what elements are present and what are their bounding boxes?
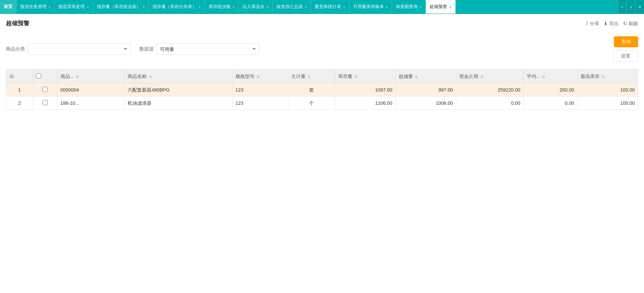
nav-tab-pick-task[interactable]: 拣货任务管理 × (17, 0, 55, 14)
cell-code: 0000004 (57, 84, 125, 97)
refresh-icon: ↻ (623, 21, 627, 26)
nav-tab-stock-dist-label: 现存量（库存分布表） (153, 4, 197, 10)
col-maxstock-label: 最高库存 (581, 74, 600, 79)
nav-tab-pick-exception[interactable]: 拣货异常处理 × (55, 0, 93, 14)
nav-tab-over-stock[interactable]: 超储预警 × (426, 0, 455, 14)
nav-tab-inout-flow[interactable]: 出入库流水 × (239, 0, 272, 14)
col-header-capital: 资金占用 ⇅ (456, 70, 524, 84)
col-header-check (33, 70, 57, 84)
page-header: 超储预警 ⤴ 分享 ⬇ 导出 ↻ 刷新 (6, 20, 638, 27)
datasource-select[interactable]: 可用量 实际库存 (157, 43, 259, 55)
nav-tab-shelf-life[interactable]: 保质期查询 × (392, 0, 426, 14)
col-capital-label: 资金占用 (459, 74, 478, 79)
cell-name: 六配套新昌490BPG (125, 84, 233, 97)
cell-stock: 1106.00 (335, 97, 395, 110)
row-checkbox-1[interactable] (43, 100, 48, 105)
close-shelf-life-icon[interactable]: × (420, 5, 422, 9)
cell-check (33, 97, 57, 110)
datasource-filter: 数据源 可用量 实际库存 (139, 43, 259, 55)
col-header-settings: ⚙ (6, 70, 33, 84)
col-over-label: 超储量 (399, 74, 413, 79)
cell-capital: 0.00 (456, 97, 524, 110)
cell-avg: 260.00 (523, 84, 577, 97)
nav-tab-pick-task-label: 拣货任务管理 (20, 4, 47, 10)
close-receive-summary-icon[interactable]: × (305, 5, 307, 9)
export-button[interactable]: ⬇ 导出 (604, 21, 619, 27)
refresh-button[interactable]: ↻ 刷新 (623, 21, 638, 27)
nav-arrows: ‹ › × (618, 0, 644, 14)
col-avg-label: 平均... (527, 74, 540, 79)
filter-buttons: 查询 设置 (613, 36, 638, 62)
nav-tab-receive-summary[interactable]: 收发存汇总表 × (273, 0, 311, 14)
sort-code-icon[interactable]: ⇅ (76, 75, 79, 79)
refresh-label: 刷新 (629, 21, 638, 27)
col-stock-label: 库存量 (338, 74, 352, 79)
cell-avg: 0.00 (523, 97, 577, 110)
sort-unit-icon[interactable]: ⇅ (307, 75, 310, 79)
close-available-account-icon[interactable]: × (386, 5, 388, 9)
table-header: ⚙ 商品... ⇅ 商品名称 ⇅ 规格型号 ⇅ 主计量 (6, 70, 638, 84)
nav-prev-button[interactable]: ‹ (618, 0, 626, 14)
close-pick-task-icon[interactable]: × (48, 5, 51, 9)
query-button[interactable]: 查询 (614, 36, 638, 47)
cell-stock: 1097.00 (335, 84, 395, 97)
close-pick-exception-icon[interactable]: × (87, 5, 89, 9)
cell-code: 186-10... (57, 97, 125, 110)
close-over-stock-icon[interactable]: × (449, 5, 451, 9)
col-header-stock: 库存量 ⇅ (335, 70, 395, 84)
nav-tab-batch-account[interactable]: 库存批次账 × (205, 0, 239, 14)
share-label: 分享 (590, 21, 599, 27)
cell-name: 机油滤清器 (125, 97, 233, 110)
row-checkbox-0[interactable] (43, 87, 48, 92)
col-header-over: 超储量 ⇅ (395, 70, 456, 84)
gear-icon[interactable]: ⚙ (9, 73, 14, 79)
nav-tab-batch-account-label: 库存批次账 (209, 4, 231, 10)
settings-button[interactable]: 设置 (613, 50, 638, 62)
table-row[interactable]: 1 0000004 六配套新昌490BPG 123 套 1097.00 997.… (6, 84, 638, 97)
category-select-wrapper (28, 43, 131, 55)
nav-next-button[interactable]: › (626, 0, 635, 14)
page-title: 超储预警 (6, 20, 29, 27)
filter-row: 商品分类 数据源 可用量 实际库存 查询 设置 (6, 33, 638, 65)
nav-tab-inout-flow-label: 出入库流水 (242, 4, 264, 10)
table-body: 1 0000004 六配套新昌490BPG 123 套 1097.00 997.… (6, 84, 638, 110)
nav-tab-stock-status[interactable]: 现存量（库存状况表） × (93, 0, 149, 14)
cell-maxstock: 100.00 (577, 97, 638, 110)
close-stock-dist-icon[interactable]: × (198, 5, 201, 9)
col-header-unit: 主计量 ⇅ (288, 70, 335, 84)
sort-maxstock-icon[interactable]: ⇅ (601, 75, 604, 79)
sort-over-icon[interactable]: ⇅ (415, 75, 418, 79)
cell-capital: 259220.00 (456, 84, 524, 97)
nav-tab-shelf-life-label: 保质期查询 (396, 4, 418, 10)
nav-tab-over-stock-label: 超储预警 (429, 4, 447, 10)
sort-name-icon[interactable]: ⇅ (149, 75, 152, 79)
nav-tab-receive-summary-label: 收发存汇总表 (277, 4, 303, 10)
table-row[interactable]: 2 186-10... 机油滤清器 123 个 1106.00 1006.00 … (6, 97, 638, 110)
col-spec-label: 规格型号 (235, 74, 255, 79)
nav-tab-order-stat[interactable]: 要货单统计表 × (311, 0, 349, 14)
category-label: 商品分类 (6, 46, 25, 52)
close-stock-status-icon[interactable]: × (143, 5, 145, 9)
share-button[interactable]: ⤴ 分享 (586, 21, 599, 27)
col-unit-label: 主计量 (291, 74, 305, 79)
export-icon: ⬇ (604, 21, 608, 26)
select-all-checkbox[interactable] (36, 73, 41, 78)
cell-spec: 123 (233, 97, 288, 110)
nav-close-all-button[interactable]: × (635, 0, 644, 14)
close-batch-account-icon[interactable]: × (233, 5, 235, 9)
sort-avg-icon[interactable]: ⇅ (542, 75, 545, 79)
nav-tab-home-label: 首页 (4, 4, 12, 10)
sort-spec-icon[interactable]: ⇅ (257, 75, 260, 79)
nav-tab-stock-dist[interactable]: 现存量（库存分布表） × (149, 0, 205, 14)
category-select[interactable] (28, 43, 131, 55)
nav-tab-available-account[interactable]: 可用量库存账本 × (350, 0, 392, 14)
sort-stock-icon[interactable]: ⇅ (354, 75, 357, 79)
nav-tab-home[interactable]: 首页 (0, 0, 17, 14)
sort-capital-icon[interactable]: ⇅ (480, 75, 483, 79)
cell-maxstock: 100.00 (577, 84, 638, 97)
close-inout-flow-icon[interactable]: × (266, 5, 268, 9)
nav-tab-stock-status-label: 现存量（库存状况表） (97, 4, 141, 10)
cell-index: 2 (6, 97, 33, 110)
col-code-label: 商品... (61, 74, 74, 79)
close-order-stat-icon[interactable]: × (343, 5, 345, 9)
